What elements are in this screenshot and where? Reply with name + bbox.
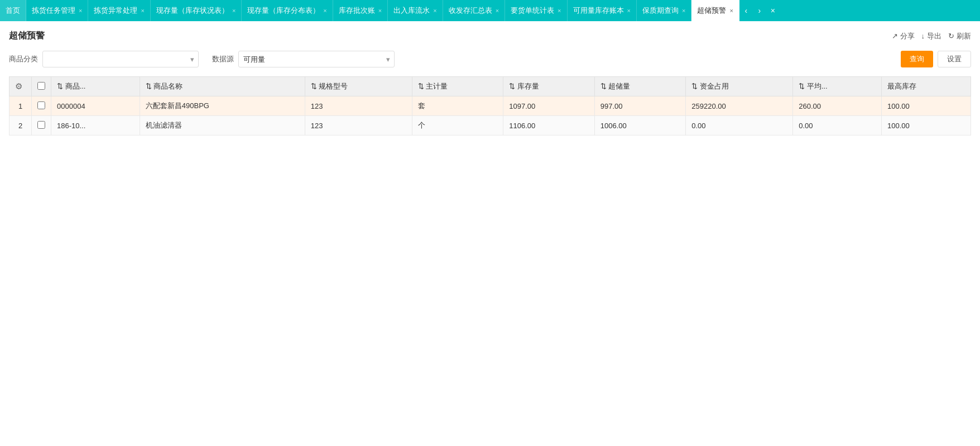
- col-overstock-header[interactable]: ⇅ 超储量: [594, 77, 685, 96]
- nav-close-9[interactable]: ×: [627, 7, 631, 14]
- row-stock-1: 1106.00: [503, 116, 594, 135]
- export-icon: ↓: [921, 32, 925, 40]
- row-unit-1: 个: [412, 116, 503, 135]
- row-stock-0: 1097.00: [503, 96, 594, 116]
- query-button[interactable]: 查询: [901, 51, 933, 67]
- nav-close-5[interactable]: ×: [378, 7, 382, 14]
- page-title: 超储预警: [9, 30, 45, 42]
- table-row: 1 0000004 六配套新昌490BPG 123 套 1097.00 997.…: [9, 96, 971, 116]
- category-select[interactable]: [42, 51, 199, 67]
- datasource-label: 数据源: [212, 54, 234, 64]
- col-product-name-header[interactable]: ⇅ 商品名称: [140, 77, 305, 96]
- nav-item-7[interactable]: 收发存汇总表 ×: [443, 0, 505, 21]
- page-header: 超储预警 ↗ 分享 ↓ 导出 ↻ 刷新: [9, 30, 971, 42]
- row-avg-1: 0.00: [793, 116, 882, 135]
- nav-next-button[interactable]: ›: [753, 0, 766, 21]
- category-label: 商品分类: [9, 54, 38, 64]
- datasource-select[interactable]: 可用量: [238, 51, 395, 67]
- row-spec-0: 123: [305, 96, 412, 116]
- nav-more-button[interactable]: ×: [766, 0, 780, 21]
- nav-item-9[interactable]: 可用量库存账本 ×: [568, 0, 637, 21]
- row-product-name-1: 机油滤清器: [140, 116, 305, 135]
- table-header-row: ⚙ ⇅ 商品... ⇅ 商品名称 ⇅ 规格型号 ⇅ 主计量 ⇅: [9, 77, 971, 96]
- col-product-code-header[interactable]: ⇅ 商品...: [51, 77, 140, 96]
- row-checkbox-cell-0[interactable]: [32, 96, 51, 116]
- row-checkbox-cell-1[interactable]: [32, 116, 51, 135]
- nav-close-3[interactable]: ×: [232, 7, 236, 14]
- nav-item-1[interactable]: 拣货任务管理 ×: [26, 0, 88, 21]
- row-avg-0: 260.00: [793, 96, 882, 116]
- row-maxstock-0: 100.00: [882, 96, 971, 116]
- datasource-select-wrapper: 可用量: [238, 51, 395, 67]
- nav-close-7[interactable]: ×: [496, 7, 499, 14]
- export-button[interactable]: ↓ 导出: [921, 31, 942, 41]
- header-actions: ↗ 分享 ↓ 导出 ↻ 刷新: [892, 31, 972, 41]
- refresh-icon: ↻: [948, 32, 954, 40]
- nav-close-6[interactable]: ×: [433, 7, 436, 14]
- nav-item-6[interactable]: 出入库流水 ×: [388, 0, 443, 21]
- nav-bar: 首页 拣货任务管理 × 拣货异常处理 × 现存量（库存状况表） × 现存量（库存…: [0, 0, 980, 21]
- nav-label-1: 拣货任务管理: [32, 6, 75, 16]
- row-capital-1: 0.00: [686, 116, 793, 135]
- nav-label-9: 可用量库存账本: [573, 6, 624, 16]
- nav-label-6: 出入库流水: [393, 6, 430, 16]
- select-all-checkbox[interactable]: [37, 82, 45, 90]
- row-overstock-1: 1006.00: [594, 116, 685, 135]
- category-select-wrapper: [42, 51, 199, 67]
- nav-label-10: 保质期查询: [642, 6, 679, 16]
- nav-close-2[interactable]: ×: [141, 7, 144, 14]
- col-avg-header[interactable]: ⇅ 平均...: [793, 77, 882, 96]
- row-product-name-0: 六配套新昌490BPG: [140, 96, 305, 116]
- row-unit-0: 套: [412, 96, 503, 116]
- share-button[interactable]: ↗ 分享: [892, 31, 915, 41]
- settings-button[interactable]: 设置: [938, 51, 971, 67]
- nav-close-11[interactable]: ×: [729, 7, 733, 14]
- nav-item-8[interactable]: 要货单统计表 ×: [505, 0, 567, 21]
- nav-item-2[interactable]: 拣货异常处理 ×: [88, 0, 150, 21]
- nav-label-2: 拣货异常处理: [94, 6, 137, 16]
- row-checkbox-0[interactable]: [37, 101, 45, 109]
- row-maxstock-1: 100.00: [882, 116, 971, 135]
- table-body: 1 0000004 六配套新昌490BPG 123 套 1097.00 997.…: [9, 96, 971, 135]
- col-spec-header[interactable]: ⇅ 规格型号: [305, 77, 412, 96]
- nav-label-7: 收发存汇总表: [449, 6, 492, 16]
- data-table: ⚙ ⇅ 商品... ⇅ 商品名称 ⇅ 规格型号 ⇅ 主计量 ⇅: [9, 76, 971, 135]
- nav-item-10[interactable]: 保质期查询 ×: [637, 0, 691, 21]
- row-overstock-0: 997.00: [594, 96, 685, 116]
- nav-close-10[interactable]: ×: [682, 7, 685, 14]
- nav-item-5[interactable]: 库存批次账 ×: [333, 0, 388, 21]
- nav-label-4: 现存量（库存分布表）: [247, 6, 320, 16]
- nav-item-4[interactable]: 现存量（库存分布表） ×: [242, 0, 333, 21]
- row-index-1: 2: [9, 116, 32, 135]
- refresh-button[interactable]: ↻ 刷新: [948, 31, 971, 41]
- category-filter-group: 商品分类: [9, 51, 199, 67]
- row-checkbox-1[interactable]: [37, 121, 45, 129]
- nav-label-11: 超储预警: [697, 6, 726, 16]
- filter-area: 商品分类 数据源 可用量 查询 设置: [9, 51, 971, 67]
- nav-label-8: 要货单统计表: [511, 6, 554, 16]
- col-maxstock-header[interactable]: 最高库存: [882, 77, 971, 96]
- col-checkbox-header[interactable]: [32, 77, 51, 96]
- nav-close-1[interactable]: ×: [79, 7, 82, 14]
- col-stock-header[interactable]: ⇅ 库存量: [503, 77, 594, 96]
- nav-prev-button[interactable]: ‹: [739, 0, 753, 21]
- col-unit-header[interactable]: ⇅ 主计量: [412, 77, 503, 96]
- nav-label-home: 首页: [6, 6, 20, 16]
- filter-right-buttons: 查询 设置: [901, 51, 971, 67]
- nav-item-11[interactable]: 超储预警 ×: [691, 0, 739, 21]
- row-capital-0: 259220.00: [686, 96, 793, 116]
- gear-icon[interactable]: ⚙: [15, 81, 22, 91]
- row-product-code-0: 0000004: [51, 96, 140, 116]
- col-settings-header[interactable]: ⚙: [9, 77, 32, 96]
- share-icon: ↗: [892, 32, 898, 40]
- nav-label-5: 库存批次账: [339, 6, 375, 16]
- nav-close-4[interactable]: ×: [323, 7, 326, 14]
- nav-item-home[interactable]: 首页: [0, 0, 26, 21]
- nav-close-8[interactable]: ×: [558, 7, 561, 14]
- row-product-code-1: 186-10...: [51, 116, 140, 135]
- col-capital-header[interactable]: ⇅ 资金占用: [686, 77, 793, 96]
- row-index-0: 1: [9, 96, 32, 116]
- nav-item-3[interactable]: 现存量（库存状况表） ×: [151, 0, 242, 21]
- datasource-filter-group: 数据源 可用量: [212, 51, 395, 67]
- page-content: 超储预警 ↗ 分享 ↓ 导出 ↻ 刷新 商品分类: [0, 21, 980, 446]
